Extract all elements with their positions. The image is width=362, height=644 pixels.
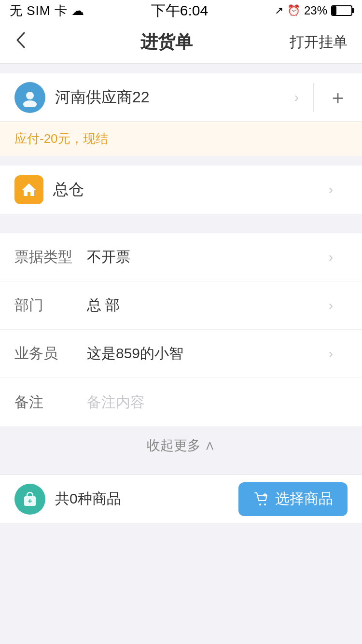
open-pending-button[interactable]: 打开挂单 <box>290 32 348 52</box>
salesperson-label: 业务员 <box>14 344 77 364</box>
salesperson-row[interactable]: 业务员 这是859的小智 › <box>0 330 362 378</box>
remark-row[interactable]: 备注 备注内容 <box>0 378 362 426</box>
supplier-notice: 应付-20元，现结 <box>0 122 362 156</box>
product-count-label: 共0种商品 <box>55 489 238 509</box>
status-bar: 无 SIM 卡 ☁ 下午6:04 ↗ ⏰ 23% <box>0 0 362 21</box>
bottom-bar: 共0种商品 选择商品 <box>0 475 362 523</box>
department-label: 部门 <box>14 295 77 315</box>
salesperson-chevron-icon: › <box>329 346 333 362</box>
warehouse-chevron-icon: › <box>329 182 333 197</box>
nav-bar: 进货单 打开挂单 <box>0 21 362 64</box>
add-supplier-button[interactable]: ＋ <box>328 84 348 111</box>
supplier-name: 河南供应商22 <box>55 87 294 108</box>
warehouse-name: 总仓 <box>53 179 329 200</box>
svg-point-6 <box>259 504 261 505</box>
remark-input[interactable]: 备注内容 <box>77 392 348 412</box>
select-product-button[interactable]: 选择商品 <box>238 482 348 516</box>
status-signal: 无 SIM 卡 ☁ <box>10 2 84 19</box>
status-time: 下午6:04 <box>151 1 208 21</box>
invoice-type-row[interactable]: 票据类型 不开票 › <box>0 233 362 281</box>
collapse-label: 收起更多 ∧ <box>147 436 216 455</box>
select-product-label: 选择商品 <box>275 489 333 509</box>
invoice-type-chevron-icon: › <box>329 250 333 265</box>
department-row[interactable]: 部门 总 部 › <box>0 281 362 330</box>
location-icon: ↗ <box>275 4 283 17</box>
page-title: 进货单 <box>140 30 193 54</box>
status-right-area: ↗ ⏰ 23% <box>275 4 352 17</box>
supplier-divider <box>313 83 314 112</box>
department-value: 总 部 <box>77 295 329 315</box>
remark-label: 备注 <box>14 392 77 412</box>
collapse-row[interactable]: 收起更多 ∧ <box>0 426 362 465</box>
battery-percent: 23% <box>304 4 327 17</box>
battery-icon <box>331 5 352 16</box>
invoice-type-value: 不开票 <box>77 247 329 267</box>
svg-point-1 <box>23 100 37 107</box>
warehouse-icon <box>14 175 43 204</box>
svg-point-7 <box>264 504 266 505</box>
svg-point-0 <box>26 92 34 99</box>
product-icon <box>14 484 45 515</box>
warehouse-row[interactable]: 总仓 › <box>0 166 362 214</box>
alarm-icon: ⏰ <box>287 4 300 17</box>
svg-marker-2 <box>22 183 36 196</box>
back-button[interactable] <box>14 31 43 54</box>
department-chevron-icon: › <box>329 298 333 313</box>
form-section: 票据类型 不开票 › 部门 总 部 › 业务员 这是859的小智 › 备注 备注… <box>0 233 362 426</box>
salesperson-value: 这是859的小智 <box>77 344 329 364</box>
supplier-avatar <box>14 82 45 113</box>
supplier-section: 河南供应商22 › ＋ 应付-20元，现结 <box>0 73 362 156</box>
invoice-type-label: 票据类型 <box>14 247 77 267</box>
supplier-chevron-icon: › <box>294 90 299 105</box>
supplier-row[interactable]: 河南供应商22 › ＋ <box>0 73 362 122</box>
